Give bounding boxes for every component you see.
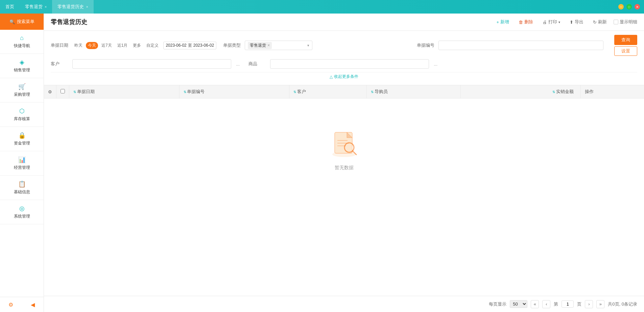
empty-state-cell: 暂无数据: [44, 98, 644, 192]
tab-retail-return-history[interactable]: 零售退货历史 ×: [52, 0, 93, 14]
sidebar-item-finance[interactable]: 🔒 资金管理: [0, 127, 44, 151]
th-checkbox[interactable]: [56, 85, 69, 98]
tab-retail-return-history-close[interactable]: ×: [86, 5, 88, 9]
tabs-area: 首页 零售退货 × 零售退货历史 ×: [0, 0, 614, 14]
date-btn-1month[interactable]: 近1月: [115, 42, 130, 49]
sidebar-item-label: 库存核算: [14, 116, 30, 122]
goods-input[interactable]: [270, 59, 429, 69]
page-size-select[interactable]: 50 10 20 100: [510, 300, 527, 308]
date-btn-more[interactable]: 更多: [131, 42, 143, 49]
export-button[interactable]: ⬆ 导出: [567, 18, 586, 26]
filter-row-1: 单据日期 昨天 今天 近7天 近1月 更多 自定义 2023-06-02 至 2…: [51, 35, 637, 56]
th-date-label: 单据日期: [77, 89, 95, 94]
th-amount-label: 实销金额: [556, 89, 574, 94]
id-filter: 单据编号: [417, 41, 603, 50]
date-btn-today[interactable]: 今天: [86, 42, 98, 49]
quick-nav-icon: ⌂: [20, 35, 24, 42]
id-filter-input[interactable]: [438, 41, 603, 50]
print-dropdown-icon: ▾: [558, 20, 560, 24]
sidebar-item-inventory[interactable]: ⬡ 库存核算: [0, 103, 44, 127]
last-page-button[interactable]: »: [596, 300, 604, 308]
type-filter: 单据类型 零售退货 × ▾: [223, 41, 410, 50]
customer-input[interactable]: [72, 59, 231, 69]
th-guide[interactable]: ⇅ 导购员: [367, 85, 460, 98]
empty-text: 暂无数据: [335, 165, 354, 171]
table-header: ⚙ ⇅ 单据日期 ⇅ 单据编号 ⇅: [44, 85, 644, 98]
sidebar-item-basic-info[interactable]: 📋 基础信息: [0, 176, 44, 200]
sidebar-collapse-button[interactable]: ◀: [22, 297, 44, 312]
query-button[interactable]: 查询: [614, 35, 637, 45]
new-icon: +: [496, 20, 499, 25]
customer-ellipsis[interactable]: ...: [234, 62, 242, 67]
content-area: 零售退货历史 + 新增 🗑 删除 🖨 打印 ▾ ⬆ 导出: [44, 14, 644, 312]
date-input-group[interactable]: 2023-06-02 至 2023-06-02: [163, 42, 216, 49]
minimize-button[interactable]: ─: [618, 4, 624, 9]
prev-page-button[interactable]: ‹: [542, 300, 550, 308]
date-btn-7days[interactable]: 近7天: [99, 42, 114, 49]
next-page-button[interactable]: ›: [585, 300, 593, 308]
sidebar-item-sales[interactable]: ◈ 销售管理: [0, 54, 44, 78]
print-label: 打印: [548, 19, 557, 25]
customer-label: 客户: [51, 61, 70, 67]
th-customer[interactable]: ⇅ 客户: [289, 85, 367, 98]
collapse-filter-button[interactable]: △ 收起更多条件: [51, 72, 637, 81]
window-controls: ─ □ ✕: [614, 4, 644, 9]
goods-label: 商品: [248, 61, 267, 67]
prev-page-icon: ‹: [546, 302, 547, 307]
table-body: 暂无数据: [44, 98, 644, 192]
tab-home-label: 首页: [5, 4, 14, 10]
type-chip: 零售退货 ×: [248, 42, 272, 49]
select-all-checkbox[interactable]: [61, 89, 65, 93]
sidebar-item-label: 基础信息: [14, 189, 30, 195]
export-icon: ⬆: [570, 20, 573, 25]
date-btn-yesterday[interactable]: 昨天: [72, 42, 85, 49]
show-detail-label: 显示明细: [620, 19, 637, 25]
th-settings[interactable]: ⚙: [44, 85, 56, 98]
page-prefix: 第: [554, 301, 558, 307]
first-page-button[interactable]: «: [531, 300, 539, 308]
set-button[interactable]: 设置: [614, 46, 637, 56]
finance-icon: 🔒: [18, 132, 26, 139]
page-number-input[interactable]: [562, 300, 574, 308]
th-date[interactable]: ⇅ 单据日期: [69, 85, 180, 98]
sidebar-item-system[interactable]: ◎ 系统管理: [0, 200, 44, 224]
type-filter-select[interactable]: 零售退货 × ▾: [245, 41, 312, 50]
sidebar-item-label: 销售管理: [14, 67, 30, 73]
collapse-label: 收起更多条件: [334, 74, 358, 80]
sidebar-search[interactable]: 🔍 搜索菜单: [0, 14, 44, 30]
tab-retail-return[interactable]: 零售退货 ×: [20, 0, 52, 14]
tab-home[interactable]: 首页: [0, 0, 20, 14]
new-button[interactable]: + 新增: [494, 18, 512, 26]
maximize-button[interactable]: □: [626, 4, 632, 9]
type-chip-remove[interactable]: ×: [267, 43, 270, 48]
goods-ellipsis[interactable]: ...: [432, 62, 439, 67]
top-bar: 首页 零售退货 × 零售退货历史 × ─ □ ✕: [0, 0, 644, 14]
close-window-button[interactable]: ✕: [635, 4, 640, 9]
delete-button[interactable]: 🗑 删除: [516, 18, 536, 26]
page-header: 零售退货历史 + 新增 🗑 删除 🖨 打印 ▾ ⬆ 导出: [44, 14, 644, 31]
tab-retail-return-close[interactable]: ×: [45, 5, 47, 9]
th-no[interactable]: ⇅ 单据编号: [179, 85, 289, 98]
system-icon: ◎: [19, 205, 25, 212]
type-dropdown-icon: ▾: [307, 43, 309, 48]
page-size-label: 每页显示: [489, 301, 506, 307]
th-guide-sort-icon: ⇅: [371, 90, 375, 94]
th-date-sort-icon: ⇅: [73, 90, 77, 94]
th-customer-label: 客户: [297, 89, 306, 94]
purchase-icon: 🛒: [18, 83, 26, 90]
sidebar-settings-button[interactable]: ⚙: [0, 297, 22, 312]
svg-point-9: [346, 144, 353, 151]
show-detail-toggle[interactable]: 显示明细: [614, 19, 637, 25]
empty-state: 暂无数据: [44, 98, 644, 191]
show-detail-checkbox[interactable]: [614, 20, 618, 24]
header-actions: + 新增 🗑 删除 🖨 打印 ▾ ⬆ 导出 ↻ 刷新: [494, 18, 637, 26]
date-btn-custom[interactable]: 自定义: [144, 42, 161, 49]
print-button[interactable]: 🖨 打印 ▾: [540, 18, 563, 26]
sidebar-item-quick-nav[interactable]: ⌂ 快捷导航: [0, 30, 44, 54]
sidebar-item-operations[interactable]: 📊 经营管理: [0, 151, 44, 176]
sidebar-item-purchase[interactable]: 🛒 采购管理: [0, 78, 44, 103]
refresh-button[interactable]: ↻ 刷新: [590, 18, 610, 26]
th-amount[interactable]: ⇅ 实销金额: [460, 85, 580, 98]
th-actions-label: 操作: [585, 89, 594, 94]
sidebar-item-label: 系统管理: [14, 214, 30, 219]
